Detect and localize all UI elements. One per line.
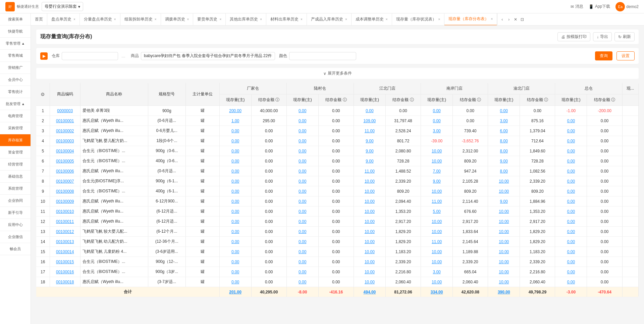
cell-code[interactable]: 00100008	[50, 186, 80, 196]
cell-jb-qty[interactable]: 10.00	[354, 206, 385, 217]
cell-yb-qty[interactable]: 3.00	[488, 116, 520, 126]
cell-jb-qty[interactable]: 9.00	[354, 146, 385, 156]
cell-cf-qty[interactable]: 0.00	[219, 146, 251, 156]
cell-code[interactable]: 00100012	[50, 227, 80, 237]
tab-assembly[interactable]: 组装拆卸单历史×	[120, 13, 161, 26]
close-icon[interactable]: ×	[260, 17, 262, 21]
cell-lc-qty[interactable]: 0.00	[286, 217, 318, 227]
summary-total-qty[interactable]: -3.00	[555, 287, 587, 297]
tab-home[interactable]: 首页	[31, 13, 47, 26]
cell-total-qty[interactable]: 0.00	[555, 267, 587, 277]
cell-na-qty[interactable]: 10.00	[421, 146, 453, 156]
tab-sub-inventory[interactable]: 分量盘点单历史×	[80, 13, 120, 26]
cell-total-qty[interactable]: 0.00	[555, 136, 587, 146]
tab-expand-button[interactable]: ⊡	[519, 16, 526, 23]
cell-na-qty[interactable]: 10.00	[421, 217, 453, 227]
cell-cf-qty[interactable]: 0.00	[219, 247, 251, 257]
summary-cf-qty[interactable]: 201.00	[219, 287, 251, 297]
cell-code[interactable]: 00100013	[50, 237, 80, 247]
column-settings-icon[interactable]: ⚙	[41, 92, 45, 97]
close-icon[interactable]: ×	[386, 17, 388, 21]
cell-cf-qty[interactable]: 0.00	[219, 277, 251, 287]
close-icon[interactable]: ×	[187, 17, 189, 21]
sidebar-item-purchase[interactable]: 采购管理	[0, 122, 31, 134]
cell-na-qty[interactable]: 10.00	[421, 277, 453, 287]
close-icon[interactable]: ×	[438, 17, 440, 21]
tab-requisition[interactable]: 要货单历史×	[193, 13, 226, 26]
cell-lc-qty[interactable]: 0.00	[286, 237, 318, 247]
cell-code[interactable]: 00100010	[50, 206, 80, 217]
cell-lc-qty[interactable]: 0.00	[286, 206, 318, 217]
cell-jb-qty[interactable]: 10.00	[354, 227, 385, 237]
tab-outbound[interactable]: 其他出库单历史×	[226, 13, 266, 26]
cell-lc-qty[interactable]: 0.00	[286, 166, 318, 176]
cell-lc-qty[interactable]: 0.00	[286, 136, 318, 146]
cell-na-qty[interactable]: 3.00	[421, 267, 453, 277]
cell-code[interactable]: 00100002	[50, 126, 80, 136]
messages-button[interactable]: ✉ 消息	[571, 4, 583, 9]
tab-transfer[interactable]: 调拨单历史×	[161, 13, 194, 26]
tab-material-outbound[interactable]: 材料出库单历史×	[266, 13, 307, 26]
cell-na-qty[interactable]: 11.00	[421, 237, 453, 247]
cell-code[interactable]: 00100009	[50, 196, 80, 206]
cell-cf-qty[interactable]: 0.00	[219, 227, 251, 237]
refresh-button[interactable]: ↻ 刷新	[614, 32, 635, 41]
tab-inventory-history[interactable]: 盘点单历史×	[47, 13, 80, 26]
cell-total-qty[interactable]: 0.00	[555, 186, 587, 196]
cell-code[interactable]: 00100018	[50, 277, 80, 287]
cell-yb-qty[interactable]: 10.00	[488, 227, 520, 237]
cell-cf-qty[interactable]: 0.00	[219, 156, 251, 166]
cell-lc-qty[interactable]: 0.00	[286, 267, 318, 277]
sidebar-item-finance[interactable]: 资金管理	[0, 146, 31, 158]
cell-na-qty[interactable]: 10.00	[421, 156, 453, 166]
cell-code[interactable]: 00100011	[50, 217, 80, 227]
cell-lc-qty[interactable]: 0.00	[286, 196, 318, 206]
cell-yb-qty[interactable]: 10.00	[488, 217, 520, 227]
cell-lc-qty[interactable]: 0.00	[286, 176, 318, 186]
cell-yb-qty[interactable]: 6.00	[488, 126, 520, 136]
cell-jb-qty[interactable]: 10.00	[354, 196, 385, 206]
sidebar-item-member2[interactable]: 畅会员	[0, 243, 31, 255]
cell-cf-qty[interactable]: 0.00	[219, 126, 251, 136]
cell-jb-qty[interactable]: 10.00	[354, 277, 385, 287]
cell-jb-qty[interactable]: 11.00	[354, 166, 385, 176]
cell-yb-qty[interactable]: 9.00	[488, 196, 520, 206]
summary-na-qty[interactable]: 334.00	[421, 287, 453, 297]
sidebar-item-operations[interactable]: 经营管理	[0, 158, 31, 171]
cell-code[interactable]: 00100003	[50, 136, 80, 146]
sidebar-item-ecommerce[interactable]: 电商管理	[0, 110, 31, 122]
cell-yb-qty[interactable]: 10.00	[488, 186, 520, 196]
cell-lc-qty[interactable]: 0.00	[286, 126, 318, 136]
cell-na-qty[interactable]: 11.00	[421, 196, 453, 206]
cell-lc-qty[interactable]: 0.00	[286, 106, 318, 116]
cell-yb-qty[interactable]: 8.00	[488, 136, 520, 146]
cell-na-qty[interactable]: 10.00	[421, 247, 453, 257]
color-input[interactable]	[289, 52, 356, 60]
cell-yb-qty[interactable]: 10.00	[488, 176, 520, 186]
cell-total-qty[interactable]: 0.00	[555, 126, 587, 136]
close-icon[interactable]: ×	[219, 17, 221, 21]
tab-product-inbound[interactable]: 产成品入库单历史×	[307, 13, 352, 26]
search-button[interactable]: 查询	[595, 51, 612, 60]
cell-cf-qty[interactable]: 0.00	[219, 237, 251, 247]
user-profile[interactable]: Ea demo2	[615, 2, 639, 11]
cell-yb-qty[interactable]: 10.00	[488, 237, 520, 247]
cell-total-qty[interactable]: 0.00	[555, 196, 587, 206]
sidebar-item-basic-info[interactable]: 基础信息	[0, 171, 31, 183]
cell-cf-qty[interactable]: 0.00	[219, 217, 251, 227]
cell-cf-qty[interactable]: 200.00	[219, 106, 251, 116]
warehouse-picker-button[interactable]: …	[120, 54, 127, 58]
sidebar-item-inventory[interactable]: 库存核算	[0, 134, 31, 146]
collapse-button[interactable]: ▶	[40, 52, 48, 60]
close-icon[interactable]: ×	[491, 17, 493, 21]
close-icon[interactable]: ×	[114, 17, 116, 21]
sidebar-item-member[interactable]: 会员中心	[0, 74, 31, 86]
cell-yb-qty[interactable]: 8.00	[488, 146, 520, 156]
sidebar-item-retail-mall[interactable]: 零售商城	[0, 50, 31, 62]
sidebar-item-enterprise[interactable]: 企业协同	[0, 195, 31, 207]
cell-total-qty[interactable]: 0.00	[555, 247, 587, 257]
cell-total-qty[interactable]: 0.00	[555, 217, 587, 227]
expand-more-button[interactable]: ∨ 展开更多条件	[321, 69, 355, 78]
cell-code[interactable]: 00100006	[50, 166, 80, 176]
cell-total-qty[interactable]: 0.00	[555, 237, 587, 247]
